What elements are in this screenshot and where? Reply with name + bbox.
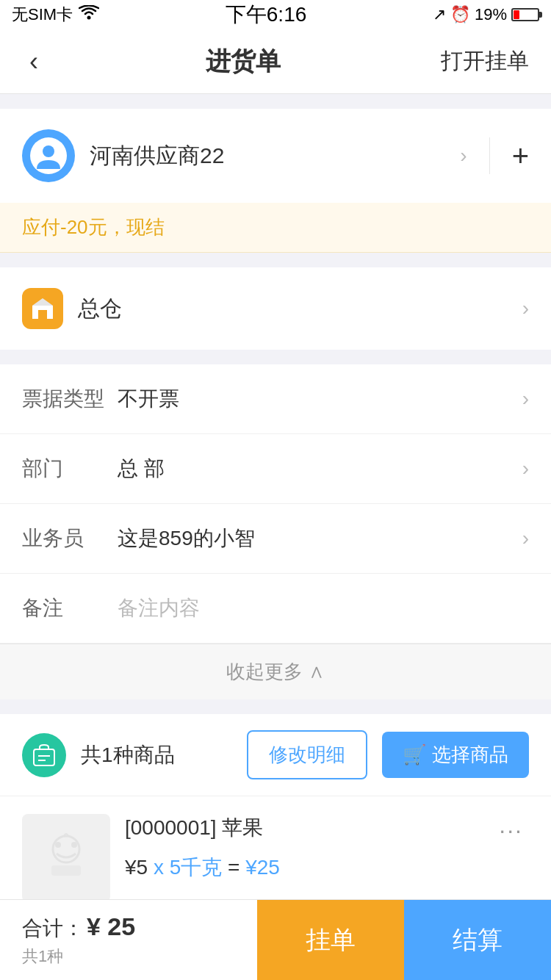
product-thumbnail: [22, 814, 110, 902]
product-count-icon: [22, 733, 66, 777]
notice-bar: 应付-20元，现结: [0, 203, 551, 253]
checkout-label: 结算: [453, 923, 503, 957]
footer-total: 合计： ¥ 25 共1种: [0, 900, 257, 980]
product-header: 共1种商品 修改明细 🛒 选择商品: [0, 714, 551, 796]
avatar-inner: [30, 137, 67, 174]
time-display: 下午6:16: [226, 1, 307, 29]
select-product-label: 选择商品: [432, 742, 508, 768]
salesperson-value: 这是859的小智: [118, 525, 522, 552]
remark-label: 备注: [22, 594, 118, 622]
svg-rect-3: [34, 749, 54, 765]
location-icon: ↗: [433, 5, 446, 24]
dept-chevron-icon: ›: [522, 457, 529, 480]
footer: 合计： ¥ 25 共1种 挂单 结算: [0, 899, 551, 980]
product-code: [0000001]: [125, 816, 217, 839]
form-section: 票据类型 不开票 › 部门 总 部 › 业务员 这是859的小智 › 备注 备注…: [0, 364, 551, 699]
product-info: [0000001] 苹果 ¥5 x 5千克 = ¥25: [125, 814, 478, 882]
notice-text: 应付-20元，现结: [22, 216, 165, 238]
checkout-button[interactable]: 结算: [404, 900, 551, 980]
dept-label: 部门: [22, 455, 118, 483]
battery-percent: 19%: [475, 5, 507, 24]
invoice-row[interactable]: 票据类型 不开票 ›: [0, 364, 551, 434]
warehouse-section: 总仓 ›: [0, 267, 551, 350]
total-amount: ¥ 25: [87, 912, 135, 941]
product-name: [0000001] 苹果: [125, 814, 478, 842]
warehouse-row[interactable]: 总仓 ›: [0, 267, 551, 350]
collapse-bar[interactable]: 收起更多 ∧: [0, 644, 551, 699]
supplier-actions: › +: [460, 137, 529, 174]
equals-text: =: [228, 856, 245, 879]
cart-icon: 🛒: [403, 743, 426, 766]
svg-point-0: [87, 16, 91, 20]
svg-rect-9: [51, 865, 81, 876]
collapse-label: 收起更多 ∧: [226, 660, 324, 682]
supplier-chevron-icon: ›: [460, 144, 467, 167]
svg-point-7: [55, 842, 61, 848]
total-text: ¥25: [245, 856, 280, 879]
add-supplier-button[interactable]: +: [512, 141, 529, 170]
invoice-chevron-icon: ›: [522, 387, 529, 411]
product-title: 苹果: [222, 816, 263, 839]
back-button[interactable]: ‹: [22, 39, 46, 84]
status-left: 无SIM卡: [12, 4, 99, 26]
dept-row[interactable]: 部门 总 部 ›: [0, 434, 551, 504]
salesperson-row[interactable]: 业务员 这是859的小智 ›: [0, 504, 551, 574]
svg-point-8: [71, 842, 77, 848]
battery-icon: [511, 8, 539, 21]
total-sub: 共1种: [22, 945, 235, 968]
carrier-text: 无SIM卡: [12, 4, 73, 26]
unit-price-text: ¥5: [125, 856, 148, 879]
status-icons: ↗ ⏰ 19%: [433, 5, 539, 24]
total-label: 合计：: [22, 915, 84, 943]
svg-point-6: [53, 836, 79, 862]
nav-bar: ‹ 进货单 打开挂单: [0, 29, 551, 94]
suspend-label: 挂单: [306, 923, 356, 957]
product-price: ¥5 x 5千克 = ¥25: [125, 854, 478, 882]
remark-row[interactable]: 备注 备注内容: [0, 574, 551, 644]
multiply-x: x 5千克: [154, 856, 222, 879]
open-pending-button[interactable]: 打开挂单: [441, 46, 529, 76]
product-count-label: 共1种商品: [81, 741, 232, 769]
status-bar: 无SIM卡 下午6:16 ↗ ⏰ 19%: [0, 0, 551, 29]
product-thumb-icon: [40, 829, 92, 888]
invoice-label: 票据类型: [22, 385, 118, 413]
supplier-row[interactable]: 河南供应商22 › +: [0, 109, 551, 203]
supplier-avatar: [22, 129, 75, 182]
edit-detail-button[interactable]: 修改明细: [247, 730, 367, 779]
warehouse-name: 总仓: [78, 294, 522, 324]
dept-value: 总 部: [118, 455, 522, 483]
salesperson-chevron-icon: ›: [522, 527, 529, 550]
svg-point-1: [43, 145, 54, 157]
svg-rect-2: [38, 310, 47, 319]
invoice-value: 不开票: [118, 385, 522, 413]
warehouse-icon: [22, 288, 63, 329]
warehouse-chevron-icon: ›: [522, 297, 529, 320]
supplier-name: 河南供应商22: [90, 141, 460, 171]
select-product-button[interactable]: 🛒 选择商品: [382, 732, 529, 778]
alarm-icon: ⏰: [450, 5, 470, 24]
wifi-icon: [79, 5, 99, 24]
suspend-button[interactable]: 挂单: [257, 900, 404, 980]
salesperson-label: 业务员: [22, 525, 118, 552]
divider: [489, 137, 490, 174]
supplier-section: 河南供应商22 › + 应付-20元，现结: [0, 109, 551, 253]
product-more-button[interactable]: ···: [493, 814, 529, 847]
remark-input[interactable]: 备注内容: [118, 594, 529, 622]
product-section: 共1种商品 修改明细 🛒 选择商品 [0000001]: [0, 714, 551, 920]
status-right: 下午6:16: [226, 1, 307, 29]
page-title: 进货单: [206, 45, 281, 79]
